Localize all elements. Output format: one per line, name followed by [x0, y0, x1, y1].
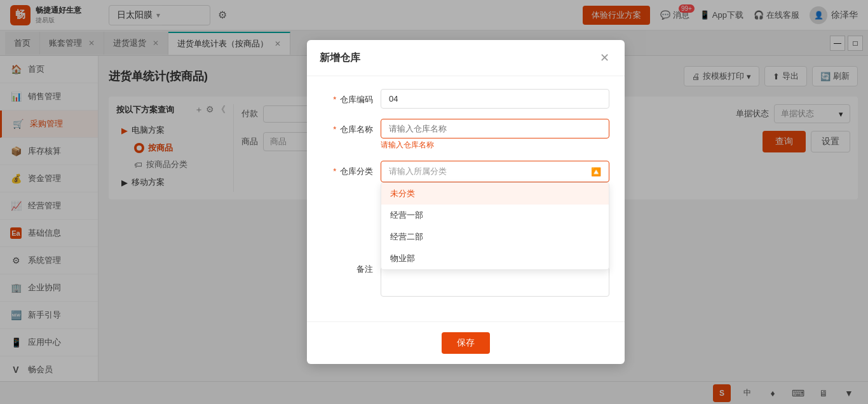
dropdown-item-uncategorized[interactable]: 未分类 [381, 183, 609, 205]
modal-header: 新增仓库 ✕ [307, 40, 625, 76]
category-dropdown: 未分类 经营一部 经营二部 物业部 [381, 182, 609, 270]
form-label-category: * 仓库分类 [322, 161, 373, 177]
form-control-category: 请输入所属分类 🔼 未分类 经营一部 经营二部 物业部 [381, 161, 609, 182]
dropdown-item-operation1[interactable]: 经营一部 [381, 205, 609, 226]
save-button[interactable]: 保存 [442, 332, 490, 354]
warehouse-modal: 新增仓库 ✕ * 仓库编码 * 仓库名称 请输入仓库名称 [307, 40, 625, 364]
category-placeholder: 请输入所属分类 [389, 166, 447, 177]
form-label-remarks: 备注 [322, 259, 373, 275]
form-row-name: * 仓库名称 请输入仓库名称 [322, 119, 609, 151]
dropdown-item-property[interactable]: 物业部 [381, 248, 609, 269]
form-label-name: * 仓库名称 [322, 119, 373, 135]
category-select[interactable]: 请输入所属分类 🔼 [381, 161, 609, 182]
modal-body: * 仓库编码 * 仓库名称 请输入仓库名称 * 仓库分类 [307, 76, 625, 321]
modal-title: 新增仓库 [320, 51, 360, 65]
form-control-name: 请输入仓库名称 [381, 119, 609, 151]
modal-close-button[interactable]: ✕ [597, 50, 612, 65]
form-row-code: * 仓库编码 [322, 89, 609, 109]
warehouse-code-input[interactable] [381, 89, 609, 109]
warehouse-name-input[interactable] [381, 119, 609, 138]
form-label-code: * 仓库编码 [322, 89, 373, 105]
form-control-code [381, 89, 609, 109]
name-error-message: 请输入仓库名称 [381, 140, 609, 151]
modal-footer: 保存 [307, 321, 625, 364]
category-chevron-icon: 🔼 [591, 167, 601, 177]
dropdown-item-operation2[interactable]: 经营二部 [381, 226, 609, 248]
form-row-category: * 仓库分类 请输入所属分类 🔼 未分类 经营一部 经营二部 物业部 [322, 161, 609, 182]
